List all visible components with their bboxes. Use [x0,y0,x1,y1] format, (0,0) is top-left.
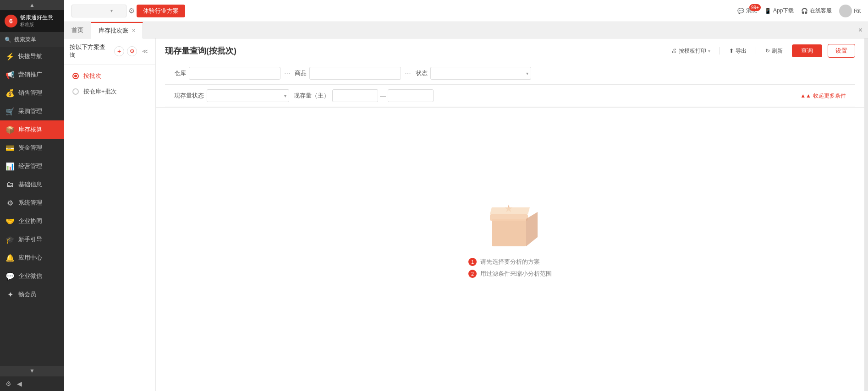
stock-qty-max-input[interactable] [388,89,434,102]
sidebar-item-资金管理[interactable]: 💳 资金管理 [0,139,64,157]
right-scrollbar[interactable] [864,38,868,391]
search-icon: 🔍 [5,37,11,43]
sidebar-header: 6 畅康通好生意 标准版 [0,10,64,32]
topbar-breadcrumb: ▾ ⚙ 体验行业方案 [71,5,733,17]
page-header-actions: 🖨 按模板打印 ▾ ⬆ 导出 ↻ 刷新 [668,44,855,58]
collapse-label: 收起更多条件 [813,92,846,100]
app-logo: 6 [5,15,17,27]
goods-input[interactable] [309,67,401,80]
user-area[interactable]: Rit [839,5,861,17]
online-service-label: 在线客服 [810,7,832,15]
settings-icon[interactable]: ⚙ [5,380,11,387]
add-scheme-button[interactable]: + [114,46,124,56]
stock-status-select-wrapper [207,89,289,102]
sidebar-item-应用中心[interactable]: 🔔 应用中心 [0,249,64,267]
topbar-search-area[interactable]: ▾ [71,5,126,17]
hint-text-2: 用过滤条件来缩小分析范围 [480,270,552,278]
warehouse-input[interactable] [189,67,280,80]
sidebar-icon-企业微信: 💬 [5,272,15,281]
sidebar-icon-新手引导: 🎓 [5,235,15,244]
sidebar-label-新手引导: 新手引导 [18,235,42,244]
gear-scheme-button[interactable]: ⚙ [127,46,137,56]
sidebar-label-畅会员: 畅会员 [18,290,36,299]
sidebar-item-畅会员[interactable]: ✦ 畅会员 [0,285,64,304]
sidebar-icon-应用中心: 🔔 [5,253,15,262]
query-button[interactable]: 查询 [792,44,822,57]
sidebar-item-企业协同[interactable]: 🤝 企业协同 [0,212,64,230]
topbar-dropdown-icon: ▾ [110,8,113,13]
sidebar-label-资金管理: 资金管理 [18,144,42,152]
sidebar-label-基础信息: 基础信息 [18,180,42,189]
sidebar-item-快捷导航[interactable]: ⚡ 快捷导航 [0,47,64,65]
sidebar-label-销售管理: 销售管理 [18,89,42,97]
stock-qty-range: — [332,89,434,102]
collapse-scheme-button[interactable]: ≪ [140,46,150,56]
sidebar-item-企业微信[interactable]: 💬 企业微信 [0,267,64,285]
print-button[interactable]: 🖨 按模板打印 ▾ [668,45,714,57]
tab-panel-close-icon[interactable]: × [853,26,868,34]
filter-panel-title: 按以下方案查询 [70,43,110,60]
stock-status-select[interactable] [207,89,289,102]
radio-filled-icon [72,73,79,79]
sidebar-item-采购管理[interactable]: 🛒 采购管理 [0,102,64,120]
empty-svg: ★ [483,194,542,253]
tab-inventory-batch[interactable]: 库存批次账 × [91,22,143,38]
refresh-icon: ↻ [765,48,770,54]
empty-state: ★ 1 请先选择要分析的方案 2 用过滤条件来缩小分析范围 [156,108,864,391]
search-menu[interactable]: 🔍 搜索菜单 [0,32,64,47]
user-avatar [839,5,852,17]
sidebar-item-系统管理[interactable]: ⚙ 系统管理 [0,194,64,212]
stock-qty-min-input[interactable] [332,89,378,102]
scheme-radio-按批次 [71,72,80,80]
sidebar-icon-快捷导航: ⚡ [5,52,15,61]
export-label: 导出 [736,47,747,55]
sidebar-label-应用中心: 应用中心 [18,254,42,262]
sidebar-label-经营管理: 经营管理 [18,162,42,170]
stock-status-field: 现存量状态 [174,89,289,102]
service-icon: 🎧 [801,8,808,14]
goods-field: 商品 ··· [295,67,411,80]
tab-close-icon[interactable]: × [132,27,135,34]
online-service-button[interactable]: 🎧 在线客服 [801,7,832,15]
sidebar-item-新手引导[interactable]: 🎓 新手引导 [0,230,64,249]
sidebar-icon-库存核算: 📦 [5,125,15,134]
stock-status-label: 现存量状态 [174,92,204,100]
scheme-label-按批次: 按批次 [83,72,101,80]
filter-panel-icons: + ⚙ ≪ [114,46,150,56]
sidebar-item-基础信息[interactable]: 🗂 基础信息 [0,175,64,194]
refresh-button[interactable]: ↻ 刷新 [762,45,786,57]
svg-marker-4 [490,207,530,214]
settings-page-button[interactable]: 设置 [828,44,855,58]
sidebar-icon-采购管理: 🛒 [5,107,15,116]
sidebar-icon-企业协同: 🤝 [5,217,15,226]
page-header: 现存量查询(按批次) 🖨 按模板打印 ▾ ⬆ 导出 [156,38,864,108]
sidebar-item-销售管理[interactable]: 💰 销售管理 [0,84,64,102]
sidebar-label-系统管理: 系统管理 [18,199,42,207]
trial-button[interactable]: 体验行业方案 [137,5,185,17]
user-name: Rit [854,8,861,14]
sidebar-label-采购管理: 采购管理 [18,107,42,115]
collapse-sidebar-icon[interactable]: ◀ [17,380,22,387]
goods-dots[interactable]: ··· [405,69,411,77]
sidebar-scroll-down[interactable]: ▼ [0,366,64,376]
collapse-more-button[interactable]: ▲▲ 收起更多条件 [800,92,846,100]
sidebar-item-经营管理[interactable]: 📊 经营管理 [0,157,64,175]
empty-hint-1: 1 请先选择要分析的方案 [468,258,552,266]
sidebar-bottom: ⚙ ◀ [0,376,64,391]
tab-inventory-batch-label: 库存批次账 [99,27,128,35]
scheme-item-按仓库批次[interactable]: 按仓库+批次 [64,84,155,99]
topbar-gear-icon[interactable]: ⚙ [128,6,135,15]
sidebar-item-营销推广[interactable]: 📢 营销推广 [0,65,64,84]
message-button[interactable]: 💬 消息 99+ [737,7,757,15]
collapse-up-icon: ▲▲ [800,92,811,99]
hint-text-1: 请先选择要分析的方案 [480,258,540,266]
status-select[interactable] [430,67,531,80]
scheme-item-按批次[interactable]: 按批次 [64,68,155,84]
sidebar-icon-系统管理: ⚙ [5,198,15,207]
warehouse-dots[interactable]: ··· [284,69,290,77]
app-download-button[interactable]: 📱 App下载 [764,7,794,15]
export-button[interactable]: ⬆ 导出 [725,45,750,57]
tab-home[interactable]: 首页 [64,22,91,38]
sidebar-scroll-up[interactable]: ▲ [0,0,64,10]
sidebar-item-库存核算[interactable]: 📦 库存核算 [0,120,64,139]
